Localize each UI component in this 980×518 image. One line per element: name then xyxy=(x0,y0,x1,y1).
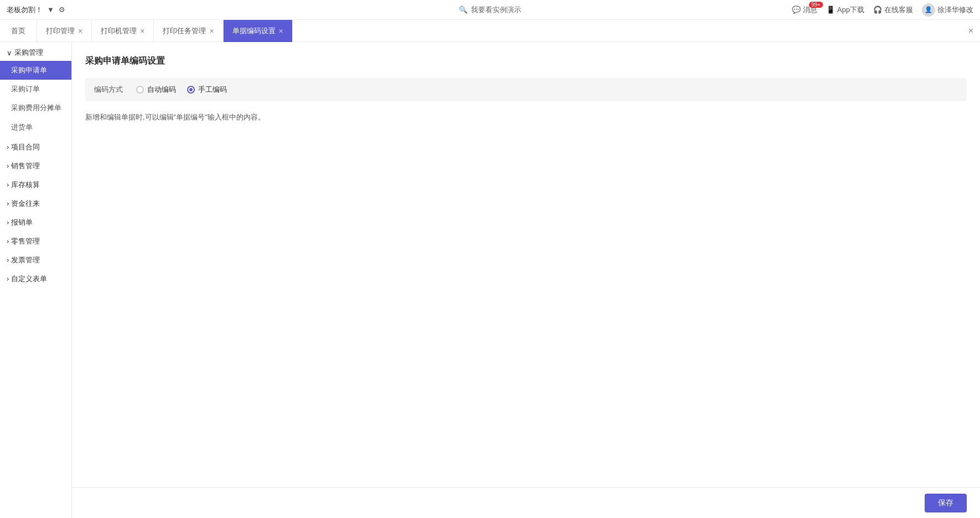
message-btn[interactable]: 💬 消息 99+ xyxy=(792,5,817,15)
tab-bar: 首页 打印管理 × 打印机管理 × 打印任务管理 × 单据编码设置 × × xyxy=(0,20,980,42)
sidebar-group-custom-form-label: 自定义表单 xyxy=(11,274,47,284)
tab-home-label: 首页 xyxy=(11,26,25,36)
tab-print-task-mgmt-label: 打印任务管理 xyxy=(163,26,206,36)
content-area: 采购申请单编码设置 编码方式 自动编码 手工编码 xyxy=(72,42,980,487)
chevron-right-icon: › xyxy=(7,199,9,208)
sidebar-group-sales-label: 销售管理 xyxy=(11,161,40,171)
tab-voucher-code[interactable]: 单据编码设置 × xyxy=(224,20,293,42)
app-download-label: App下载 xyxy=(837,5,864,15)
radio-manual-circle[interactable] xyxy=(187,86,195,94)
sidebar: ∨ 采购管理 采购申请单 采购订单 采购费用分摊单 进货单 › 项目合同 xyxy=(0,42,72,518)
sidebar-group-retail: › 零售管理 xyxy=(0,231,71,250)
sidebar-group-sales-header[interactable]: › 销售管理 xyxy=(0,156,71,174)
chevron-down-icon: ∨ xyxy=(7,49,12,57)
sidebar-group-purchase: ∨ 采购管理 采购申请单 采购订单 采购费用分摊单 进货单 xyxy=(0,42,71,137)
sidebar-group-purchase-header[interactable]: ∨ 采购管理 xyxy=(0,42,71,61)
online-service-icon: 🎧 xyxy=(873,6,882,14)
dropdown-btn[interactable]: ▼ xyxy=(47,6,54,14)
online-service-label: 在线客服 xyxy=(884,5,913,15)
sidebar-group-custom-form: › 自定义表单 xyxy=(0,268,71,287)
close-all-btn[interactable]: × xyxy=(962,26,980,36)
close-icon[interactable]: × xyxy=(140,27,144,35)
message-badge: 99+ xyxy=(809,2,823,8)
tab-home[interactable]: 首页 xyxy=(0,20,37,42)
tab-printer-mgmt[interactable]: 打印机管理 × xyxy=(92,20,154,42)
sidebar-group-inventory-header[interactable]: › 库存核算 xyxy=(0,174,71,193)
sidebar-group-invoice-header[interactable]: › 发票管理 xyxy=(0,250,71,268)
sidebar-group-retail-header[interactable]: › 零售管理 xyxy=(0,231,71,250)
sidebar-group-invoice-label: 发票管理 xyxy=(11,255,40,265)
sidebar-group-project-contract-header[interactable]: › 项目合同 xyxy=(0,137,71,156)
chevron-right-icon: › xyxy=(7,143,9,151)
online-service-btn[interactable]: 🎧 在线客服 xyxy=(873,5,913,15)
sidebar-item-purchase-expense-label: 采购费用分摊单 xyxy=(11,103,61,112)
save-button[interactable]: 保存 xyxy=(925,494,967,512)
radio-group: 自动编码 手工编码 xyxy=(136,85,227,95)
chevron-right-icon: › xyxy=(7,274,9,283)
sidebar-group-inventory: › 库存核算 xyxy=(0,174,71,193)
sidebar-group-project-contract-label: 项目合同 xyxy=(11,142,40,152)
app-download-btn[interactable]: 📱 App下载 xyxy=(826,5,864,15)
tab-print-task-mgmt[interactable]: 打印任务管理 × xyxy=(154,20,223,42)
chevron-down-icon: ▼ xyxy=(47,6,54,14)
sidebar-group-sales: › 销售管理 xyxy=(0,156,71,174)
sidebar-group-capital: › 资金往来 xyxy=(0,193,71,212)
tab-printer-mgmt-label: 打印机管理 xyxy=(101,26,137,36)
chevron-right-icon: › xyxy=(7,218,9,226)
avatar: 👤 xyxy=(922,3,935,17)
sidebar-item-goods-receipt-label: 进货单 xyxy=(11,123,33,131)
sidebar-group-purchase-label: 采购管理 xyxy=(14,48,43,58)
sidebar-group-custom-form-header[interactable]: › 自定义表单 xyxy=(0,268,71,287)
app-logo: 老板勿割！ xyxy=(7,5,43,15)
close-icon[interactable]: × xyxy=(279,27,283,35)
sidebar-item-purchase-expense[interactable]: 采购费用分摊单 xyxy=(0,99,71,117)
tab-print-mgmt-label: 打印管理 xyxy=(46,26,75,36)
user-profile-btn[interactable]: 👤 徐泽华修改 xyxy=(922,3,973,17)
settings-btn[interactable]: ⚙ xyxy=(59,6,65,14)
sidebar-group-expense-claim-header[interactable]: › 报销单 xyxy=(0,212,71,231)
sidebar-group-capital-header[interactable]: › 资金往来 xyxy=(0,193,71,212)
radio-auto-label: 自动编码 xyxy=(147,85,176,95)
radio-auto-circle[interactable] xyxy=(136,86,144,94)
layout: ∨ 采购管理 采购申请单 采购订单 采购费用分摊单 进货单 › 项目合同 xyxy=(0,42,980,518)
sidebar-item-goods-receipt[interactable]: 进货单 xyxy=(0,118,71,137)
close-icon[interactable]: × xyxy=(209,27,214,35)
sidebar-group-invoice: › 发票管理 xyxy=(0,250,71,268)
chevron-right-icon: › xyxy=(7,237,9,245)
content-footer: 保存 xyxy=(72,487,980,518)
tab-print-mgmt[interactable]: 打印管理 × xyxy=(37,20,92,42)
sidebar-item-purchase-order-label: 采购订单 xyxy=(11,85,40,93)
encoding-label: 编码方式 xyxy=(94,85,123,95)
hint-text: 新增和编辑单据时,可以编辑"单据编号"输入框中的内容。 xyxy=(85,112,967,122)
chevron-right-icon: › xyxy=(7,180,9,189)
chevron-right-icon: › xyxy=(7,256,9,264)
search-text: 我要看实例演示 xyxy=(471,5,521,15)
sidebar-group-expense-claim: › 报销单 xyxy=(0,212,71,231)
sidebar-group-retail-label: 零售管理 xyxy=(11,236,40,246)
sidebar-group-capital-label: 资金往来 xyxy=(11,199,40,209)
page-title: 采购申请单编码设置 xyxy=(85,55,967,67)
form-section: 编码方式 自动编码 手工编码 新增和编辑单据时,可以编辑"单据编号"输入框中的内… xyxy=(85,78,967,122)
radio-manual-encoding[interactable]: 手工编码 xyxy=(187,85,227,95)
top-bar-left: 老板勿割！ ▼ ⚙ xyxy=(7,5,65,15)
sidebar-group-expense-claim-label: 报销单 xyxy=(11,217,33,227)
sidebar-group-project-contract: › 项目合同 xyxy=(0,137,71,156)
search-area[interactable]: 🔍 我要看实例演示 xyxy=(459,5,521,15)
close-icon[interactable]: × xyxy=(78,27,82,35)
encoding-row: 编码方式 自动编码 手工编码 xyxy=(85,78,967,101)
user-name: 徐泽华修改 xyxy=(937,5,973,15)
top-bar: 老板勿割！ ▼ ⚙ 🔍 我要看实例演示 💬 消息 99+ 📱 App下载 🎧 在… xyxy=(0,0,980,20)
radio-auto-encoding[interactable]: 自动编码 xyxy=(136,85,176,95)
chevron-right-icon: › xyxy=(7,162,9,170)
main-content: 采购申请单编码设置 编码方式 自动编码 手工编码 xyxy=(72,42,980,518)
top-bar-right: 💬 消息 99+ 📱 App下载 🎧 在线客服 👤 徐泽华修改 xyxy=(792,3,973,17)
gear-icon: ⚙ xyxy=(59,6,65,14)
sidebar-item-purchase-request-label: 采购申请单 xyxy=(11,66,47,74)
search-icon: 🔍 xyxy=(459,6,468,14)
radio-manual-label: 手工编码 xyxy=(198,85,227,95)
sidebar-group-inventory-label: 库存核算 xyxy=(11,180,40,190)
message-icon: 💬 xyxy=(792,6,801,14)
sidebar-item-purchase-request[interactable]: 采购申请单 xyxy=(0,61,71,80)
sidebar-item-purchase-order[interactable]: 采购订单 xyxy=(0,80,71,99)
app-download-icon: 📱 xyxy=(826,6,835,14)
